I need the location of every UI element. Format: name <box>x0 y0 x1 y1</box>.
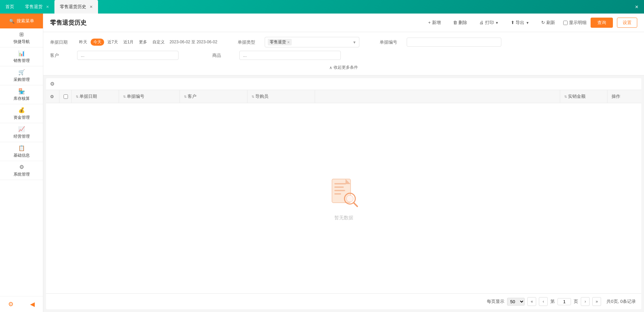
collapse-icon: ∧ <box>329 65 332 70</box>
svg-line-8 <box>354 203 357 206</box>
sidebar-settings-icon[interactable]: ⚙ <box>8 300 14 308</box>
sort-date-icon: ⇅ <box>76 95 78 98</box>
voucher-type-tag: 零售退货 × <box>268 39 292 45</box>
svg-rect-4 <box>334 193 341 195</box>
sys-icon: ⚙ <box>19 164 24 170</box>
th-customer[interactable]: ⇅ 客户 <box>180 90 247 103</box>
select-all-checkbox[interactable] <box>64 94 68 99</box>
page-prev-btn[interactable]: ‹ <box>539 297 548 306</box>
total-info: 共0页, 0条记录 <box>606 298 636 305</box>
goods-input[interactable] <box>239 51 341 60</box>
sidebar-item-purchase-mgmt[interactable]: 🛒 采购管理 <box>0 66 43 85</box>
collapse-filter-btn[interactable]: ∧ 收起更多条件 <box>50 63 637 73</box>
sidebar-search[interactable]: 🔍 搜索菜单 <box>0 14 43 28</box>
date-label: 单据日期 <box>50 39 70 45</box>
tab-retail-return-history[interactable]: 零售退货历史 ✕ <box>54 0 98 14</box>
tab-home[interactable]: 首页 <box>0 0 20 14</box>
th-action: 操作 <box>607 90 641 103</box>
th-checkbox[interactable] <box>59 90 72 103</box>
main-layout: 🔍 搜索菜单 ⊞ 快捷导航 📊 销售管理 🛒 采购管理 🏪 库存核算 💰 资金管… <box>0 14 644 312</box>
th-amount[interactable]: ⇅ 实销金额 <box>560 90 607 103</box>
table-header: ⚙ ⇅ 单据日期 ⇅ 单据编号 ⇅ 客户 ⇅ <box>46 90 641 103</box>
show-detail-checkbox[interactable] <box>563 21 568 25</box>
page-last-btn[interactable]: » <box>592 297 601 306</box>
sidebar-item-inventory[interactable]: 🏪 库存核算 <box>0 85 43 104</box>
sort-no-icon: ⇅ <box>123 95 126 98</box>
date-opt-7days[interactable]: 近7天 <box>105 39 120 46</box>
sidebar-item-sys-mgmt[interactable]: ⚙ 系统管理 <box>0 161 43 180</box>
page-title: 零售退货历史 <box>50 19 87 27</box>
sidebar-bottom: ⚙ ◀ <box>0 296 43 312</box>
sidebar-item-quick-nav[interactable]: ⊞ 快捷导航 <box>0 28 43 47</box>
th-settings[interactable]: ⚙ <box>46 90 59 103</box>
page-input[interactable] <box>557 298 571 305</box>
sidebar-item-operations[interactable]: 📈 经营管理 <box>0 123 43 142</box>
refresh-button[interactable]: ↻ 刷新 <box>537 18 559 28</box>
purchase-icon: 🛒 <box>18 69 25 75</box>
th-date[interactable]: ⇅ 单据日期 <box>72 90 119 103</box>
pagination: 每页显示 20 50 100 « ‹ 第 页 › » 共0页, 0条记录 <box>46 293 641 309</box>
export-button[interactable]: ⬆ 导出 ▼ <box>507 18 533 28</box>
sidebar-item-sales-mgmt[interactable]: 📊 销售管理 <box>0 47 43 66</box>
page-size-select[interactable]: 20 50 100 <box>507 298 525 306</box>
th-settings-icon: ⚙ <box>50 94 54 99</box>
new-button[interactable]: + 新增 <box>424 18 445 28</box>
sidebar-collapse-icon[interactable]: ◀ <box>30 300 35 308</box>
print-dropdown-icon: ▼ <box>495 21 499 25</box>
voucher-type-label: 单据类型 <box>238 39 258 45</box>
sidebar-item-basic-info[interactable]: 📋 基础信息 <box>0 142 43 161</box>
tab-retail-return[interactable]: 零售退货 ✕ <box>20 0 54 14</box>
dropdown-arrow-icon: ▼ <box>353 40 356 44</box>
page-unit: 页 <box>574 298 578 305</box>
date-opt-1month[interactable]: 近1月 <box>121 39 136 46</box>
close-tab-history[interactable]: ✕ <box>90 5 93 9</box>
operations-icon: 📈 <box>18 126 25 132</box>
empty-illustration <box>327 176 361 209</box>
voucher-no-input[interactable] <box>407 38 501 47</box>
show-detail-checkbox-label[interactable]: 显示明细 <box>563 20 587 26</box>
page-header: 零售退货历史 + 新增 🗑 删除 🖨 打印 ▼ ⬆ 导出 ▼ ↻ 刷新 显示明细… <box>43 14 644 32</box>
svg-point-7 <box>347 195 353 202</box>
setting-button[interactable]: 设置 <box>617 18 637 28</box>
page-next-btn[interactable]: › <box>581 297 590 306</box>
export-dropdown-icon: ▼ <box>526 21 529 25</box>
table-toolbar: ⚙ <box>46 78 641 90</box>
th-spacer <box>315 90 560 103</box>
customer-label: 客户 <box>50 52 70 59</box>
topbar-right-close[interactable]: ✕ <box>635 4 644 9</box>
voucher-no-label: 单据编号 <box>380 39 400 45</box>
date-range-display: 2023-06-02 至 2023-06-02 <box>169 39 217 45</box>
sidebar: 🔍 搜索菜单 ⊞ 快捷导航 📊 销售管理 🛒 采购管理 🏪 库存核算 💰 资金管… <box>0 14 43 312</box>
th-no[interactable]: ⇅ 单据编号 <box>119 90 180 103</box>
search-icon: 🔍 <box>9 19 15 24</box>
inventory-icon: 🏪 <box>18 88 25 94</box>
date-options: 昨天 今天 近7天 近1月 更多 自定义 2023-06-02 至 2023-0… <box>77 39 217 46</box>
empty-text: 暂无数据 <box>334 215 353 221</box>
basic-info-icon: 📋 <box>18 145 25 151</box>
close-tab-retail-return[interactable]: ✕ <box>46 5 49 9</box>
tag-close-icon[interactable]: × <box>287 40 290 45</box>
th-salesperson[interactable]: ⇅ 导购员 <box>247 90 315 103</box>
voucher-type-dropdown[interactable]: 零售退货 × ▼ <box>265 37 359 47</box>
print-button[interactable]: 🖨 打印 ▼ <box>475 18 503 28</box>
finance-icon: 💰 <box>18 107 25 113</box>
date-opt-custom[interactable]: 自定义 <box>150 39 167 46</box>
goods-label: 商品 <box>212 52 233 59</box>
table-area: ⚙ ⚙ ⇅ 单据日期 ⇅ 单据编号 ⇅ <box>46 78 641 309</box>
date-opt-more[interactable]: 更多 <box>137 39 149 46</box>
date-opt-today[interactable]: 今天 <box>91 39 104 46</box>
svg-rect-3 <box>334 190 345 191</box>
table-settings-icon[interactable]: ⚙ <box>50 81 54 87</box>
date-opt-yesterday[interactable]: 昨天 <box>77 39 89 46</box>
query-button[interactable]: 查询 <box>591 18 613 28</box>
customer-input[interactable] <box>77 51 178 60</box>
filter-row-1: 单据日期 昨天 今天 近7天 近1月 更多 自定义 2023-06-02 至 2… <box>50 37 637 47</box>
sales-icon: 📊 <box>18 50 25 57</box>
svg-rect-2 <box>334 186 344 188</box>
top-bar: 首页 零售退货 ✕ 零售退货历史 ✕ ✕ <box>0 0 644 14</box>
page-first-btn[interactable]: « <box>527 297 536 306</box>
sidebar-item-finance[interactable]: 💰 资金管理 <box>0 104 43 123</box>
filter-row-2: 客户 商品 <box>50 51 637 60</box>
delete-button[interactable]: 🗑 删除 <box>449 18 472 28</box>
svg-rect-1 <box>334 183 346 184</box>
